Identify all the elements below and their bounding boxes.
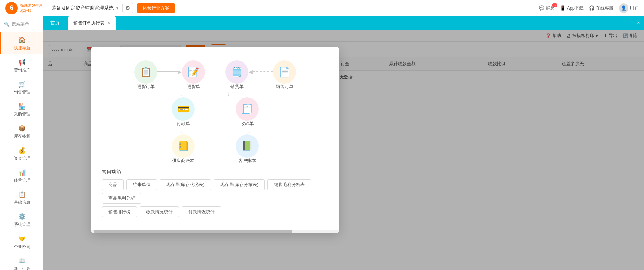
common-title: 常用功能 [102,169,328,175]
message-icon: 💬 [539,5,544,11]
top-bar: 6 畅康通好生意 标准版 装备及固定资产辅助管理系统 ▾ ⚙ 体验行业方案 💬 … [0,0,644,16]
flow-col-customer-account: 📗 客户账本 [236,134,259,164]
supplier-account-circle[interactable]: 📒 [172,134,195,158]
system-icon: ⚙️ [18,213,26,220]
sidebar-item-operations[interactable]: 📊 经营管理 [0,165,43,187]
sales-order-label: 销售订单 [276,84,293,90]
search-icon: 🔍 [4,22,10,27]
flow-col-supplier-account: 📒 供应商账本 [172,134,195,164]
purchase-bill-circle[interactable]: 📝 [182,60,205,84]
system-title: 装备及固定资产辅助管理系统 ▾ ⚙ [52,3,133,13]
purchase-bill-label: 进货单 [187,84,200,90]
payment-label: 付款单 [177,121,190,127]
online-service-btn[interactable]: 🎧 在线客服 [589,5,613,11]
message-btn[interactable]: 💬 消息 5 [539,5,555,11]
sales-order-circle[interactable]: 📄 [273,60,296,84]
marketing-icon: 📢 [18,58,26,66]
common-btn-5[interactable]: 商品毛利分析 [102,193,141,204]
common-btn-8[interactable]: 付款情况统计 [182,206,221,217]
common-btns-row2: 销售排行榜 收款情况统计 付款情况统计 [102,206,328,217]
flow-col-purchase-order: 📋 进货订单 [134,60,157,90]
app-wrapper: 6 畅康通好生意 标准版 装备及固定资产辅助管理系统 ▾ ⚙ 体验行业方案 💬 … [0,0,644,270]
common-btn-6[interactable]: 销售排行榜 [102,206,137,217]
sales-icon: 🛒 [18,80,26,88]
supplier-account-label: 供应商账本 [172,158,194,164]
content-area: 首页 销售订单执行表 × × ❓ 帮助 � [43,16,644,270]
inventory-icon: 📦 [18,125,26,132]
sidebar-item-quick-nav[interactable]: 🏠 快捷导航 [0,32,43,54]
modal-scrollbar[interactable] [91,230,339,233]
logo-text: 畅康通好生意 标准版 [20,3,43,13]
home-icon: 🏠 [18,36,26,44]
sidebar-item-purchase[interactable]: 🏪 采购管理 [0,98,43,121]
headset-icon: 🎧 [589,5,594,11]
sidebar-item-enterprise[interactable]: 🤝 企业协同 [0,231,43,253]
purchase-icon: 🏪 [18,103,26,110]
phone-icon: 📱 [560,5,565,11]
system-title-text: 装备及固定资产辅助管理系统 [52,5,114,11]
sales-bill-circle[interactable]: 🗒️ [225,60,248,84]
modal-content: 📋 进货订单 ▶ 📝 [91,47,339,230]
sales-bill-label: 销货单 [230,84,244,90]
modal-overlay: 📋 进货订单 ▶ 📝 [43,30,644,270]
common-btns: 商品 往来单位 现存量(库存状况表) 现存量(库存分布表) 销售毛利分析表 商品… [102,179,328,204]
common-btn-1[interactable]: 往来单位 [126,179,157,190]
logo-icon: 6 [5,2,18,14]
common-btn-0[interactable]: 商品 [102,179,124,190]
tab-bar-close-btn[interactable]: × [637,20,640,26]
flow-col-payment: 💳 付款单 [172,97,195,127]
top-right-area: 💬 消息 5 📱 App下载 🎧 在线客服 👤 用户 [539,3,639,13]
experience-btn[interactable]: 体验行业方案 [137,3,175,13]
common-btn-2[interactable]: 现存量(库存状况表) [160,179,211,190]
sidebar-item-system[interactable]: ⚙️ 系统管理 [0,209,43,231]
tab-sales-order-label: 销售订单执行表 [73,20,104,26]
flow-col-sales-order: 📄 销售订单 [273,60,296,90]
sidebar-item-guide[interactable]: 📖 新手引导 [0,253,43,270]
common-section: 常用功能 商品 往来单位 现存量(库存状况表) 现存量(库存分布表) 销售毛利分… [102,169,328,223]
operations-icon: 📊 [18,169,26,176]
user-avatar: 👤 [619,3,628,13]
modal-scrollbar-thumb [94,230,292,233]
sidebar-item-inventory[interactable]: 📦 库存核算 [0,121,43,143]
sidebar-item-basic-info[interactable]: 📋 基础信息 [0,187,43,209]
guide-icon: 📖 [18,257,26,265]
main-area: 🔍 搜索菜单 🏠 快捷导航 📢 营销推广 🛒 销售管理 🏪 采购管理 [0,16,644,270]
basic-info-icon: 📋 [18,191,26,198]
system-dropdown-btn[interactable]: ▾ [116,6,118,11]
purchase-order-circle[interactable]: 📋 [134,60,157,84]
flow-col-sales-bill: 🗒️ 销货单 [225,60,248,90]
common-btn-3[interactable]: 现存量(库存分布表) [214,179,265,190]
flow-col-purchase-bill: 📝 进货单 [182,60,205,90]
sidebar-item-finance[interactable]: 💰 资金管理 [0,143,43,165]
tab-home[interactable]: 首页 [43,16,67,30]
customer-account-circle[interactable]: 📗 [236,134,259,158]
sidebar-item-marketing[interactable]: 📢 营销推广 [0,54,43,76]
message-badge: 5 [552,3,557,7]
common-btn-4[interactable]: 销售毛利分析表 [267,179,311,190]
tab-sales-order[interactable]: 销售订单执行表 × [68,16,116,30]
enterprise-icon: 🤝 [18,235,26,242]
flow-col-receipt: 🧾 收款单 [236,97,259,127]
customer-account-label: 客户账本 [238,158,256,164]
sidebar-search[interactable]: 🔍 搜索菜单 [0,16,43,32]
sidebar: 🔍 搜索菜单 🏠 快捷导航 📢 营销推广 🛒 销售管理 🏪 采购管理 [0,16,43,270]
purchase-order-label: 进货订单 [137,84,155,90]
sidebar-item-sales[interactable]: 🛒 销售管理 [0,76,43,98]
tab-bar: 首页 销售订单执行表 × × [43,16,644,30]
logo-area: 6 畅康通好生意 标准版 [5,2,49,14]
receipt-circle[interactable]: 🧾 [236,97,259,121]
finance-icon: 💰 [18,147,26,154]
common-btn-7[interactable]: 收款情况统计 [140,206,179,217]
receipt-label: 收款单 [241,121,254,127]
search-menu-btn[interactable]: 🔍 搜索菜单 [3,20,40,29]
user-menu-btn[interactable]: 👤 用户 [619,3,639,13]
tab-close-btn[interactable]: × [108,21,110,25]
payment-circle[interactable]: 💳 [172,97,195,121]
app-download-btn[interactable]: 📱 App下载 [560,5,584,11]
settings-gear-btn[interactable]: ⚙ [122,3,133,13]
modal-box: 📋 进货订单 ▶ 📝 [91,47,339,233]
